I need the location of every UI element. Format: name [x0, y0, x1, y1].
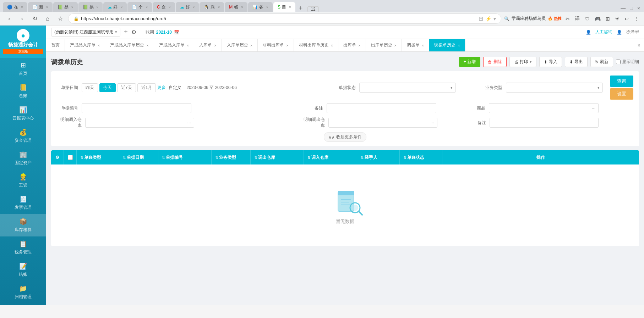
calendar-icon[interactable]: 📅	[174, 30, 179, 35]
th-gear[interactable]: ⚙	[51, 150, 64, 164]
sidebar-item-settings[interactable]: ⚙️ 基础设置	[0, 303, 46, 305]
display-toggle-checkbox[interactable]	[616, 60, 621, 64]
btype-filter-select[interactable]: ▾	[506, 83, 603, 93]
undo-button[interactable]: ↩	[623, 15, 630, 23]
page-tab-2[interactable]: 产成品入库单历史 ×	[105, 39, 154, 52]
address-expand[interactable]: ⊞	[479, 15, 483, 22]
browser-tab-7[interactable]: C企×	[153, 2, 175, 12]
shield-button[interactable]: 🛡	[584, 15, 591, 23]
page-tab-9[interactable]: 出库单历史 ×	[366, 39, 402, 52]
browser-tab-10[interactable]: M畅×	[225, 2, 247, 12]
page-tab-1-close[interactable]: ×	[98, 43, 100, 48]
th-check[interactable]	[64, 150, 77, 164]
sidebar-item-home[interactable]: ⊞ 首页	[0, 58, 46, 80]
browser-tab-8[interactable]: ☁好×	[176, 2, 199, 12]
address-chevron[interactable]: ▾	[493, 16, 496, 22]
browser-tab-1[interactable]: 🔵在×	[3, 2, 27, 12]
browser-tab-12[interactable]: S目×	[273, 2, 295, 12]
collapse-button[interactable]: ∧∧ 收起更多条件	[324, 132, 366, 142]
sidebar-item-invoice[interactable]: 🧾 发票管理	[0, 192, 46, 214]
browser-tab-4[interactable]: 📗易×	[78, 2, 103, 12]
browser-tab-2[interactable]: 📄新×	[28, 2, 53, 12]
page-tab-11[interactable]: 调拨单历史 ×	[429, 39, 465, 52]
add-company-button[interactable]: +	[124, 28, 128, 36]
sidebar-item-closing[interactable]: 📝 结账	[0, 259, 46, 281]
date-btn-1month[interactable]: 近1月	[137, 83, 156, 92]
th-number[interactable]: ⇅ 单据编号	[158, 150, 212, 164]
home-button[interactable]: ⌂	[43, 14, 53, 24]
company-selector[interactable]: (勿删勿禁用) 江西服宝测试专用 ▾	[51, 28, 120, 37]
browser-tab-6[interactable]: 📄个×	[127, 2, 152, 12]
import-button[interactable]: ⬆ 导入	[539, 57, 562, 67]
refresh-nav-button[interactable]: ↻	[30, 14, 40, 24]
note-filter-input[interactable]	[327, 103, 436, 113]
date-custom[interactable]: 自定义	[169, 85, 181, 91]
date-btn-yesterday[interactable]: 昨天	[82, 83, 98, 92]
sidebar-item-reports[interactable]: 📊 云报表中心	[0, 102, 46, 125]
page-tab-11-close[interactable]: ×	[458, 43, 460, 48]
consultation-label[interactable]: 人工咨询	[595, 29, 612, 35]
forward-button[interactable]: ›	[17, 14, 27, 24]
address-lightning[interactable]: ⚡	[485, 16, 491, 22]
page-tab-7[interactable]: 材料出库单历史 ×	[294, 39, 338, 52]
page-tab-8[interactable]: 出库单 ×	[338, 39, 366, 52]
delete-button[interactable]: 🗑 删除	[483, 57, 507, 67]
user-name[interactable]: 徐泽华	[626, 29, 639, 35]
date-more[interactable]: 更多	[157, 85, 166, 91]
th-type[interactable]: ⇅ 单账类型	[77, 150, 119, 164]
browser-tab-3[interactable]: 📗易×	[53, 2, 78, 12]
goods-filter-select[interactable]: ···	[489, 103, 599, 113]
browser-tab-5[interactable]: ☁好×	[103, 2, 127, 12]
maximize-button[interactable]: □	[629, 4, 634, 12]
page-tab-3-close[interactable]: ×	[187, 43, 189, 48]
sidebar-item-tax[interactable]: 📋 税务管理	[0, 236, 46, 259]
header-checkbox[interactable]	[68, 155, 73, 160]
status-filter-select[interactable]: ▾	[359, 83, 456, 93]
page-tab-6[interactable]: 材料出库单 ×	[258, 39, 294, 52]
new-tab-button[interactable]: +	[296, 5, 306, 12]
sun-button[interactable]: ☀	[614, 15, 621, 23]
page-tab-3[interactable]: 产成品入库单 ×	[154, 39, 194, 52]
star-button[interactable]: ☆	[55, 14, 65, 24]
settings-top-button[interactable]: ⚙	[131, 29, 136, 35]
page-tab-5[interactable]: 入库单历史 ×	[222, 39, 258, 52]
th-out[interactable]: ⇅ 调出仓库	[251, 150, 304, 164]
page-tab-5-close[interactable]: ×	[250, 43, 252, 48]
sidebar-item-ledger[interactable]: 📒 总账	[0, 80, 46, 102]
out-warehouse-select[interactable]: ···	[328, 118, 437, 128]
tab-count[interactable]: 12	[307, 6, 318, 12]
th-status[interactable]: ⇅ 单账状态	[400, 150, 442, 164]
th-btype[interactable]: ⇅ 业务类型	[212, 150, 251, 164]
export-button[interactable]: ⬇ 导出	[565, 57, 588, 67]
th-in[interactable]: ⇅ 调入仓库	[304, 150, 357, 164]
back-button[interactable]: ‹	[4, 14, 14, 24]
minimize-button[interactable]: —	[620, 4, 627, 12]
scissors-button[interactable]: ✂	[564, 15, 571, 23]
date-btn-7days[interactable]: 近7天	[117, 83, 136, 92]
page-tab-6-close[interactable]: ×	[286, 43, 288, 48]
page-tab-2-close[interactable]: ×	[146, 43, 148, 48]
sidebar-item-archive[interactable]: 📁 归档管理	[0, 281, 46, 303]
page-tab-10[interactable]: 调拨单 ×	[402, 39, 429, 52]
more-button[interactable]: ⋮	[633, 15, 640, 23]
page-tab-4-close[interactable]: ×	[214, 43, 216, 48]
browser-tab-9[interactable]: 🐧腾×	[200, 2, 224, 12]
translate-button[interactable]: 译	[574, 15, 581, 23]
th-handler[interactable]: ⇅ 经手人	[357, 150, 400, 164]
game-button[interactable]: 🎮	[594, 15, 602, 23]
sidebar-item-payroll[interactable]: 👷 工资	[0, 169, 46, 192]
sidebar-item-inventory[interactable]: 📦 库存核算	[0, 214, 46, 236]
new-button[interactable]: + 新增	[459, 57, 480, 67]
date-btn-today[interactable]: 今天	[99, 83, 116, 92]
note2-filter-input[interactable]	[490, 118, 599, 128]
setting-button[interactable]: 设置	[610, 88, 633, 100]
browser-tab-11[interactable]: 📊各×	[248, 2, 273, 12]
print-button[interactable]: 🖨 打印 ▾	[509, 57, 536, 67]
address-bar[interactable]: 🔒 https://cloud.chanjet.com/accounting/u…	[68, 13, 501, 24]
grid-button[interactable]: ⊞	[605, 15, 611, 23]
number-filter-input[interactable]	[82, 103, 191, 113]
sidebar-item-assets[interactable]: 🏢 固定资产	[0, 147, 46, 169]
page-tab-9-close[interactable]: ×	[394, 43, 397, 48]
close-button[interactable]: ×	[636, 4, 641, 12]
query-button[interactable]: 查询	[610, 76, 633, 87]
